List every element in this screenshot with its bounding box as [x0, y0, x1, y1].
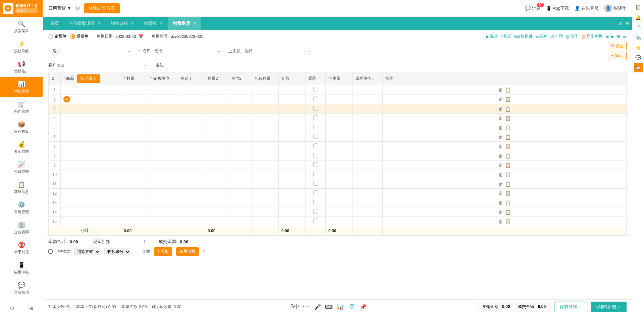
tabbar-grid-icon[interactable]: ⊞ — [625, 21, 629, 26]
sidebar-item-sales[interactable]: 📊 销售管理 — [0, 77, 43, 97]
onepay-cb[interactable] — [48, 249, 53, 254]
sidebar-item-operation[interactable]: 📈 经营管理 — [0, 158, 43, 178]
delete-row-btn[interactable]: 🗑 — [498, 97, 503, 102]
gift-checkbox[interactable] — [313, 125, 318, 129]
product-cell[interactable] — [61, 207, 121, 217]
sidebar-item-corpwechat[interactable]: 💬 企业微信 — [0, 278, 43, 298]
copy-row-btn[interactable]: 📋 — [505, 87, 511, 92]
right-btn-5[interactable]: ⭐ — [634, 43, 643, 52]
sidebar-settings-btn[interactable]: ⚙ — [10, 305, 14, 311]
available-cell[interactable] — [326, 142, 353, 151]
qty-cell[interactable] — [121, 95, 148, 104]
account-select[interactable]: 收款账号 — [104, 248, 130, 255]
settlement-select[interactable]: 结算方式 — [74, 248, 100, 255]
pack-qty-cell[interactable] — [252, 104, 279, 114]
pack-qty-cell[interactable] — [252, 179, 279, 189]
trial-btn[interactable]: 体验行业方案 — [84, 3, 120, 13]
delete-row-btn[interactable]: 🗑 — [498, 116, 503, 121]
qty-cell[interactable] — [121, 207, 148, 217]
price-cell[interactable] — [178, 170, 205, 179]
topbar-settings-icon[interactable]: ⚙ — [75, 5, 80, 11]
unit2-cell[interactable] — [228, 132, 252, 142]
gift-checkbox[interactable] — [313, 134, 318, 139]
copy-row-btn[interactable]: 📋 — [505, 106, 511, 112]
unit2-cell[interactable] — [228, 170, 252, 179]
copy-row-btn[interactable]: 📋 — [505, 125, 511, 130]
cost-price-cell[interactable] — [353, 114, 383, 123]
view-list[interactable]: ☰ — [623, 34, 627, 39]
gift-checkbox[interactable] — [313, 200, 318, 204]
cost-price-cell[interactable] — [353, 170, 383, 179]
logistics-btn[interactable]: + 物流 — [608, 52, 627, 60]
sidebar-item-enterprise[interactable]: 🏢 企业协同 — [0, 218, 43, 238]
delete-row-btn[interactable]: 🗑 — [498, 191, 503, 196]
delete-row-btn[interactable]: 🗑 — [498, 172, 503, 177]
product-cell[interactable]: + — [61, 95, 121, 104]
right-btn-3[interactable]: 📄 — [634, 23, 643, 32]
unit2-cell[interactable] — [228, 142, 252, 151]
cost-price-cell[interactable] — [353, 207, 383, 217]
cost-price-cell[interactable] — [353, 161, 383, 170]
available-cell[interactable] — [326, 132, 353, 142]
unit-cell[interactable] — [148, 114, 178, 123]
table-settings-icon[interactable]: ⚙ — [51, 76, 55, 81]
discount-input[interactable] — [114, 239, 141, 244]
sidebar-item-member[interactable]: 👑 畅会员 — [0, 298, 43, 302]
available-cell[interactable] — [326, 198, 353, 207]
price-cell[interactable] — [178, 104, 205, 114]
qty2-cell[interactable] — [205, 217, 228, 226]
unit2-cell[interactable] — [228, 198, 252, 207]
pack-qty-cell[interactable] — [252, 95, 279, 104]
product-cell[interactable] — [61, 85, 121, 95]
pack-qty-cell[interactable] — [252, 151, 279, 161]
gift-checkbox[interactable] — [313, 87, 318, 91]
copy-row-btn[interactable]: 📋 — [505, 172, 511, 177]
warehouse-input[interactable] — [153, 48, 214, 54]
sidebar-item-inventory[interactable]: 📦 库存核算 — [0, 117, 43, 137]
product-cell[interactable] — [61, 179, 121, 189]
right-btn-7[interactable]: 🏠 — [634, 63, 643, 72]
pack-qty-cell[interactable] — [252, 161, 279, 170]
remark-input[interactable] — [166, 62, 301, 68]
gift-cell[interactable] — [306, 151, 326, 161]
right-btn-2[interactable]: 🔔 — [634, 13, 643, 22]
pack-qty-cell[interactable] — [252, 217, 279, 226]
gift-checkbox[interactable] — [313, 218, 318, 223]
sidebar-item-newguide[interactable]: 🎯 新手引导 — [0, 238, 43, 258]
gift-cell[interactable] — [306, 104, 326, 114]
gift-checkbox[interactable] — [313, 115, 318, 120]
pack-qty-cell[interactable] — [252, 132, 279, 142]
gift-cell[interactable] — [306, 142, 326, 151]
help-link[interactable]: ? 帮助 — [500, 34, 512, 39]
delete-row-btn[interactable]: 🗑 — [498, 87, 503, 92]
delete-row-btn[interactable]: 🗑 — [498, 209, 503, 215]
available-cell[interactable] — [326, 123, 353, 132]
price-cell[interactable] — [178, 189, 205, 198]
right-btn-1[interactable]: 📋 — [634, 3, 643, 12]
unit2-cell[interactable] — [228, 161, 252, 170]
tabbar-close-icon[interactable]: ✕ — [619, 21, 623, 26]
unit-cell[interactable] — [148, 207, 178, 217]
available-cell[interactable] — [326, 179, 353, 189]
amount-cell[interactable] — [279, 104, 306, 114]
copy-row-btn[interactable]: 📋 — [505, 153, 511, 159]
scan-btn[interactable]: 扫码录入 — [77, 74, 100, 83]
qty-cell[interactable] — [121, 161, 148, 170]
price-cell[interactable] — [178, 151, 205, 161]
qty-cell[interactable] — [121, 198, 148, 207]
available-cell[interactable] — [326, 151, 353, 161]
tab-delivery-close[interactable]: ✕ — [160, 21, 163, 26]
delete-row-btn[interactable]: 🗑 — [498, 144, 503, 149]
gift-checkbox[interactable] — [313, 97, 318, 101]
delete-row-btn[interactable]: 🗑 — [498, 153, 503, 159]
price-cell[interactable] — [178, 198, 205, 207]
unit-cell[interactable] — [148, 217, 178, 226]
qty2-cell[interactable] — [205, 161, 228, 170]
copy-row-btn[interactable]: 📋 — [505, 134, 511, 140]
sidebar-item-finance[interactable]: 💰 资金管理 — [0, 137, 43, 158]
gift-cell[interactable] — [306, 85, 326, 95]
sidebar-item-marketing[interactable]: 📢 营销推广 — [0, 57, 43, 77]
amount-cell[interactable] — [279, 217, 306, 226]
copy-row-btn[interactable]: 📋 — [505, 209, 511, 215]
delete-row-btn[interactable]: 🗑 — [498, 125, 503, 130]
